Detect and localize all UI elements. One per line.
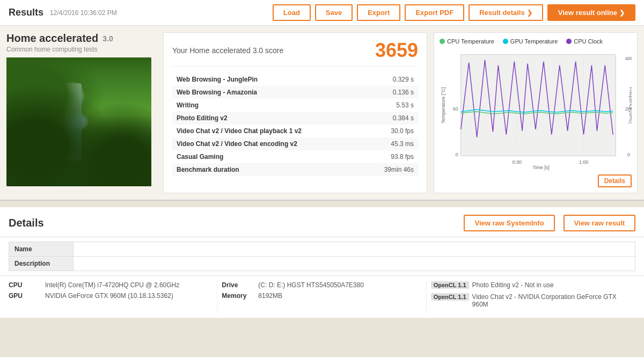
view-result-online-button[interactable]: View result online (547, 4, 635, 21)
top-section: Home accelerated 3.0 Common home computi… (0, 26, 644, 201)
opencl2-label: OpenCL 1.1 (431, 293, 469, 301)
table-row-description: Description (9, 257, 635, 271)
cpu-value: Intel(R) Core(TM) i7-4720HQ CPU @ 2.60GH… (45, 281, 213, 289)
metric-row: Benchmark duration 39min 46s (172, 163, 418, 176)
drive-row: Drive (C: D: E:) HGST HTS545050A7E380 (222, 281, 421, 289)
memory-label: Memory (222, 292, 254, 300)
legend-cpu-temp: CPU Temperature (440, 38, 494, 45)
metric-row: Web Browsing - JunglePin 0.329 s (172, 73, 418, 86)
svg-text:0:30: 0:30 (512, 159, 521, 165)
svg-text:Frequency [MHz]: Frequency [MHz] (628, 87, 632, 123)
cpu-temp-dot (440, 39, 445, 44)
result-details-button[interactable]: Result details (469, 4, 543, 21)
results-title: Results (9, 7, 43, 18)
chart-area: Temperature [°C] 50 0 0 2000 4000 Freque… (440, 49, 632, 172)
svg-text:0: 0 (456, 152, 458, 157)
opencl1-label: OpenCL 1.1 (431, 281, 469, 289)
metric-name: Web Browsing - Amazonia (172, 86, 363, 99)
metric-row: Video Chat v2 / Video Chat encoding v2 4… (172, 137, 418, 150)
gpu-temp-label: GPU Temperature (510, 38, 558, 45)
benchmark-image (6, 57, 151, 186)
opencl2-row: OpenCL 1.1 Video Chat v2 - NVIDIA Corpor… (431, 293, 631, 308)
legend-cpu-clock: CPU Clock (566, 38, 603, 45)
name-desc-table: Name Description (9, 242, 635, 271)
gpu-label: GPU (9, 292, 41, 300)
metric-value: 30.0 fps (363, 125, 418, 137)
metric-name: Video Chat v2 / Video Chat playback 1 v2 (172, 125, 363, 137)
legend-gpu-temp: GPU Temperature (503, 38, 558, 45)
metric-value: 45.3 ms (363, 137, 418, 150)
memory-row: Memory 8192MB (222, 292, 421, 300)
table-row-name: Name (9, 242, 635, 257)
gpu-value: NVIDIA GeForce GTX 960M (10.18.13.5362) (45, 292, 213, 300)
view-raw-systeminfo-button[interactable]: View raw SystemInfo (464, 215, 554, 231)
metric-name: Web Browsing - JunglePin (172, 73, 363, 86)
hw-col-3: OpenCL 1.1 Photo Editing v2 - Not in use… (427, 281, 635, 312)
memory-value: 8192MB (258, 292, 421, 300)
description-value (74, 257, 635, 271)
metric-row: Photo Editing v2 0.384 s (172, 112, 418, 125)
name-desc-section: Name Description (0, 242, 644, 271)
score-label: Your Home accelerated 3.0 score (172, 46, 283, 55)
chart-legend: CPU Temperature GPU Temperature CPU Cloc… (440, 38, 632, 45)
svg-text:4000: 4000 (625, 56, 632, 61)
details-title: Details (9, 217, 44, 229)
benchmark-subtitle: Common home computing tests (6, 46, 157, 53)
cpu-row: CPU Intel(R) Core(TM) i7-4720HQ CPU @ 2.… (9, 281, 213, 289)
view-raw-result-button[interactable]: View raw result (564, 215, 635, 231)
metric-row: Writing 5.53 s (172, 99, 418, 112)
bottom-section: Details View raw SystemInfo View raw res… (0, 207, 644, 318)
metric-value: 0.136 s (363, 86, 418, 99)
name-value (74, 242, 635, 257)
opencl1-value: Photo Editing v2 - Not in use (472, 281, 554, 289)
metric-value: 93.8 fps (363, 150, 418, 163)
opencl1-row: OpenCL 1.1 Photo Editing v2 - Not in use (431, 281, 631, 289)
header-datetime: 12/4/2016 10:36:02 PM (50, 9, 117, 17)
svg-text:0: 0 (627, 152, 630, 157)
cpu-clock-label: CPU Clock (574, 38, 603, 45)
drive-value: (C: D: E:) HGST HTS545050A7E380 (258, 281, 421, 289)
chart-details-button[interactable]: Details (598, 174, 632, 187)
score-value: 3659 (375, 39, 418, 62)
benchmark-title: Home accelerated 3.0 (6, 32, 157, 45)
header: Results 12/4/2016 10:36:02 PM Load Save … (0, 0, 644, 26)
load-button[interactable]: Load (273, 4, 311, 21)
save-button[interactable]: Save (315, 4, 353, 21)
metric-name: Photo Editing v2 (172, 112, 363, 125)
metric-value: 39min 46s (363, 163, 418, 176)
opencl2-value: Video Chat v2 - NVIDIA Corporation GeFor… (472, 293, 631, 308)
cpu-label: CPU (9, 281, 41, 289)
metric-row: Video Chat v2 / Video Chat playback 1 v2… (172, 125, 418, 137)
export-button[interactable]: Export (357, 4, 400, 21)
cpu-clock-dot (566, 39, 572, 44)
metric-row: Web Browsing - Amazonia 0.136 s (172, 86, 418, 99)
middle-panel: Your Home accelerated 3.0 score 3659 Web… (163, 32, 427, 193)
metric-name: Writing (172, 99, 363, 112)
waterfall-graphic (6, 57, 151, 186)
svg-text:50: 50 (453, 106, 458, 112)
metric-row: Casual Gaming 93.8 fps (172, 150, 418, 163)
metric-value: 0.329 s (363, 73, 418, 86)
metric-value: 0.384 s (363, 112, 418, 125)
gpu-temp-dot (503, 39, 508, 44)
svg-text:Temperature [°C]: Temperature [°C] (441, 87, 446, 123)
score-header: Your Home accelerated 3.0 score 3659 (172, 39, 418, 67)
chart-details-link: Details (440, 174, 632, 187)
hw-col-2: Drive (C: D: E:) HGST HTS545050A7E380 Me… (217, 281, 426, 312)
description-header: Description (9, 257, 74, 271)
export-pdf-button[interactable]: Export PDF (405, 4, 464, 21)
gpu-row: GPU NVIDIA GeForce GTX 960M (10.18.13.53… (9, 292, 213, 300)
metric-name: Video Chat v2 / Video Chat encoding v2 (172, 137, 363, 150)
metric-name: Benchmark duration (172, 163, 363, 176)
metric-name: Casual Gaming (172, 150, 363, 163)
cpu-temp-label: CPU Temperature (447, 38, 494, 45)
right-panel: CPU Temperature GPU Temperature CPU Cloc… (434, 32, 638, 193)
metric-value: 5.53 s (363, 99, 418, 112)
chart-svg: Temperature [°C] 50 0 0 2000 4000 Freque… (440, 49, 632, 172)
benchmark-version: 3.0 (103, 34, 113, 43)
svg-text:1:00: 1:00 (579, 159, 588, 165)
details-buttons: View raw SystemInfo View raw result (459, 215, 635, 231)
details-header: Details View raw SystemInfo View raw res… (0, 207, 644, 237)
hw-col-1: CPU Intel(R) Core(TM) i7-4720HQ CPU @ 2.… (9, 281, 217, 312)
drive-label: Drive (222, 281, 254, 289)
